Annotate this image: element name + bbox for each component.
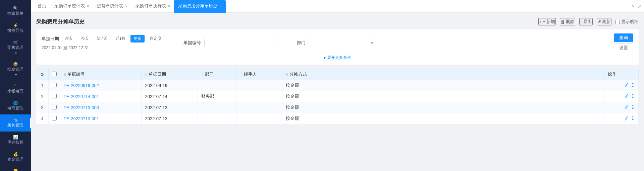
edit-icon[interactable]: 🖊 bbox=[624, 105, 629, 110]
row-no: 4 bbox=[36, 113, 48, 124]
select-all-checkbox[interactable] bbox=[52, 72, 57, 76]
tab-home[interactable]: 首页 bbox=[34, 0, 50, 13]
expand-btn-label: 展开更多条件 bbox=[327, 55, 351, 61]
more-icon[interactable]: ⠿ bbox=[632, 116, 635, 121]
sort-icon: ⇅ bbox=[201, 73, 204, 76]
edit-icon[interactable]: 🖊 bbox=[624, 83, 629, 88]
expand-window-icon[interactable]: ⤢ bbox=[637, 4, 641, 9]
date-btn-yesterday[interactable]: 昨天 bbox=[62, 35, 76, 42]
finance-icon: 💰 bbox=[1, 152, 30, 157]
row-docdate: 2022-09-19 bbox=[142, 80, 198, 91]
date-btn-custom[interactable]: 自定义 bbox=[147, 35, 165, 42]
date-btn-today[interactable]: 今天 bbox=[78, 35, 92, 42]
sidebar-item-finance[interactable]: 💰 资金管理 bbox=[0, 149, 31, 166]
sidebar-item-retail[interactable]: 🛒 零售管理 ▾ bbox=[0, 37, 31, 59]
query-button[interactable]: 查询 bbox=[614, 33, 633, 42]
close-icon[interactable]: × bbox=[125, 4, 127, 8]
setting-button[interactable]: 设置 bbox=[614, 44, 633, 52]
main-area: 首页 采购订单统计表 × 进货单统计表 × 采购订单执行表 × 采购费用分摊单历… bbox=[31, 0, 644, 171]
row-checkbox[interactable] bbox=[52, 105, 57, 109]
date-btn-7days[interactable]: 近7天 bbox=[94, 35, 110, 42]
tab-incoming-stats[interactable]: 进货单统计表 × bbox=[93, 0, 131, 13]
sort-icon: ⇅ bbox=[145, 73, 148, 76]
refresh-button[interactable]: ↺ 刷新 bbox=[597, 18, 611, 25]
tab-label: 首页 bbox=[38, 3, 46, 9]
tab-purchase-order-stats[interactable]: 采购订单统计表 × bbox=[50, 0, 93, 13]
ecommsmall-icon: 📱 bbox=[1, 84, 30, 88]
quicknav-icon: ⚡ bbox=[1, 23, 30, 28]
doc-no-link[interactable]: PE-20220713-001 bbox=[64, 116, 99, 121]
content-area: 采购费用分摊单历史 + + 新增 🗑 删除 ↑ 导出 ↺ 刷新 bbox=[31, 13, 644, 171]
sidebar-item-ecomm[interactable]: 🌐 电商管理 bbox=[0, 97, 31, 114]
table-row: 4 PE-20220713-001 2022-07-13 按金额 🖊 ⠿ bbox=[36, 113, 639, 124]
toolbar-actions: + + 新增 🗑 删除 ↑ 导出 ↺ 刷新 显示明细 bbox=[538, 18, 639, 25]
doc-no-link[interactable]: PE-20220714-001 bbox=[64, 94, 99, 99]
row-checkbox-cell bbox=[48, 91, 60, 102]
data-table: ⚙ ⇅ 单据编号 ⇅ 单据日期 bbox=[36, 69, 639, 124]
show-detail-checkbox[interactable] bbox=[615, 20, 620, 24]
sidebar-item-label: 零售管理 bbox=[1, 45, 30, 51]
table-settings-col[interactable]: ⚙ bbox=[36, 69, 48, 80]
row-dept: 财务部 bbox=[198, 91, 236, 102]
sidebar-item-ledger[interactable]: 📒 总账管理 bbox=[0, 166, 31, 171]
table-row: 2 PE-20220714-001 2022-07-14 财务部 按金额 🖊 ⠿ bbox=[36, 91, 639, 102]
more-icon[interactable]: ⠿ bbox=[632, 94, 635, 99]
row-docdate: 2022-07-13 bbox=[142, 113, 198, 124]
more-icon[interactable]: ⠿ bbox=[632, 105, 635, 110]
docno-input[interactable] bbox=[204, 39, 278, 47]
sidebar-item-inventory[interactable]: 📊 库存核算 bbox=[0, 132, 31, 149]
sidebar-item-label: 搜索菜单 bbox=[1, 11, 30, 16]
delete-button[interactable]: 🗑 删除 bbox=[560, 18, 575, 25]
docno-filter-group: 单据编号 bbox=[183, 39, 278, 47]
tab-purchase-cost-history[interactable]: 采购费用分摊单历史 × bbox=[174, 0, 225, 13]
row-checkbox[interactable] bbox=[52, 116, 57, 120]
close-icon[interactable]: × bbox=[87, 4, 89, 8]
more-icon[interactable]: ⠿ bbox=[632, 83, 635, 88]
show-detail-checkbox-label[interactable]: 显示明细 bbox=[615, 19, 639, 25]
tab-purchase-order-exec[interactable]: 采购订单执行表 × bbox=[131, 0, 174, 13]
add-label: + 新增 bbox=[543, 19, 555, 25]
sidebar-item-wholesale[interactable]: 📦 批发管理 ▾ bbox=[0, 59, 31, 80]
date-btn-more[interactable]: 更多 bbox=[130, 35, 145, 42]
ecomm-icon: 🌐 bbox=[1, 101, 30, 105]
row-checkbox[interactable] bbox=[52, 94, 57, 98]
chevron-down-icon: ▾ bbox=[324, 56, 326, 60]
row-docno: PE-20220713-001 bbox=[60, 113, 142, 124]
row-splitmethod: 按金额 bbox=[282, 91, 604, 102]
close-window-icon[interactable]: × bbox=[632, 4, 635, 9]
doc-no-link[interactable]: PE-20220919-002 bbox=[64, 83, 99, 88]
sidebar-item-search[interactable]: 🔍 搜索菜单 bbox=[0, 3, 31, 20]
doc-no-link[interactable]: PE-20220713-003 bbox=[64, 105, 99, 110]
search-icon: 🔍 bbox=[1, 6, 30, 11]
table-col-splitmethod: ⇅ 分摊方式 bbox=[282, 69, 604, 80]
inventory-icon: 📊 bbox=[1, 135, 30, 140]
row-splitmethod: 按金额 bbox=[282, 102, 604, 113]
date-filter-label: 单据日期 bbox=[42, 36, 59, 42]
sidebar-item-label: 电商管理 bbox=[1, 105, 30, 111]
sidebar-item-ecommsmall[interactable]: 📱 小畅电商 bbox=[0, 80, 31, 97]
add-button[interactable]: + + 新增 bbox=[538, 18, 556, 25]
chevron-down-icon: ▾ bbox=[15, 73, 17, 77]
export-button[interactable]: ↑ 导出 bbox=[579, 18, 593, 25]
tabs-right-actions: × ⤢ bbox=[632, 4, 641, 9]
tab-label: 采购订单统计表 bbox=[54, 3, 85, 9]
sidebar-item-quicknav[interactable]: ⚡ 快捷导航 bbox=[0, 20, 31, 37]
query-actions: 查询 设置 bbox=[614, 33, 633, 52]
close-icon[interactable]: × bbox=[168, 4, 170, 8]
row-checkbox[interactable] bbox=[52, 83, 57, 87]
date-btn-1month[interactable]: 近1月 bbox=[112, 35, 129, 42]
tabs-bar: 首页 采购订单统计表 × 进货单统计表 × 采购订单执行表 × 采购费用分摊单历… bbox=[31, 0, 644, 13]
expand-more-row: ▾ 展开更多条件 bbox=[42, 55, 633, 61]
expand-conditions-button[interactable]: ▾ 展开更多条件 bbox=[324, 55, 351, 61]
sidebar-item-label: 批发管理 bbox=[1, 67, 30, 72]
dept-select[interactable]: 财务部 bbox=[309, 39, 376, 47]
close-icon[interactable]: × bbox=[219, 4, 221, 8]
dept-filter-label: 部门 bbox=[297, 40, 306, 46]
edit-icon[interactable]: 🖊 bbox=[624, 116, 629, 121]
sidebar-item-purchase[interactable]: 🛍 采购管理 bbox=[0, 114, 31, 132]
table-col-dept: ⇅ 部门 bbox=[198, 69, 236, 80]
edit-icon[interactable]: 🖊 bbox=[624, 94, 629, 99]
filter-row-1: 单据日期 昨天 今天 近7天 近1月 更多 自定义 2022-01-01 至 2… bbox=[42, 33, 633, 52]
row-docdate: 2022-07-14 bbox=[142, 91, 198, 102]
row-checkbox-cell bbox=[48, 80, 60, 91]
